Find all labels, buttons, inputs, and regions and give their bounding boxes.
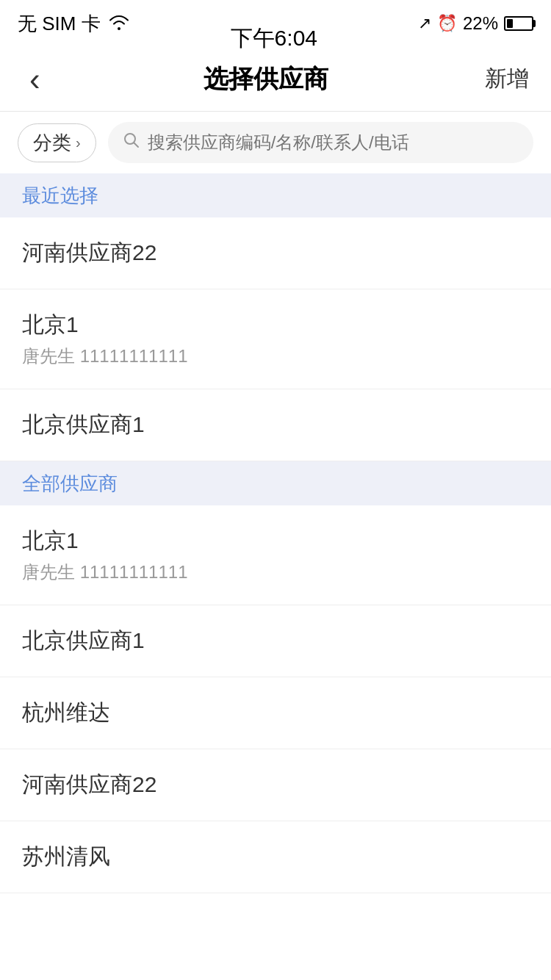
list-item[interactable]: 河南供应商22 (0, 749, 551, 821)
search-box (108, 122, 533, 163)
recent-section-label: 最近选择 (22, 183, 98, 209)
wifi-icon (108, 12, 130, 35)
list-item[interactable]: 北京供应商1 (0, 605, 551, 677)
add-button[interactable]: 新增 (485, 64, 529, 94)
category-button[interactable]: 分类 › (18, 123, 96, 162)
all-list: 北京1唐先生 11111111111北京供应商1杭州维达河南供应商22苏州清风 (0, 505, 551, 893)
list-item-name: 河南供应商22 (22, 238, 529, 268)
nav-bar: ‹ 选择供应商 新增 (0, 47, 551, 112)
battery-icon (504, 16, 533, 31)
list-item[interactable]: 北京供应商1 (0, 389, 551, 461)
list-item[interactable]: 河南供应商22 (0, 217, 551, 289)
status-right: ↗ ⏰ 22% (418, 13, 533, 34)
list-item-name: 苏州清风 (22, 842, 529, 872)
list-item[interactable]: 北京1唐先生 11111111111 (0, 289, 551, 389)
back-button[interactable]: ‹ (22, 54, 48, 105)
all-section-header: 全部供应商 (0, 461, 551, 505)
status-bar: 无 SIM 卡 下午6:04 ↗ ⏰ 22% (0, 0, 551, 47)
alarm-icon: ⏰ (437, 14, 457, 33)
search-icon (123, 131, 140, 154)
list-item-name: 北京供应商1 (22, 626, 529, 656)
recent-section-header: 最近选择 (0, 173, 551, 217)
list-item-name: 北京供应商1 (22, 410, 529, 440)
chevron-right-icon: › (76, 134, 81, 151)
recent-list: 河南供应商22北京1唐先生 11111111111北京供应商1 (0, 217, 551, 461)
list-item-name: 河南供应商22 (22, 770, 529, 800)
list-item[interactable]: 杭州维达 (0, 677, 551, 749)
svg-line-1 (134, 143, 138, 147)
list-item-sub: 唐先生 11111111111 (22, 561, 529, 584)
status-time: 下午6:04 (231, 24, 317, 54)
list-item[interactable]: 北京1唐先生 11111111111 (0, 505, 551, 605)
all-section-label: 全部供应商 (22, 471, 118, 497)
status-left: 无 SIM 卡 (18, 11, 130, 37)
list-item[interactable]: 苏州清风 (0, 821, 551, 893)
category-label: 分类 (33, 130, 71, 156)
list-item-sub: 唐先生 11111111111 (22, 345, 529, 368)
filter-bar: 分类 › (0, 112, 551, 173)
carrier-text: 无 SIM 卡 (18, 11, 101, 37)
list-item-name: 杭州维达 (22, 698, 529, 728)
list-item-name: 北京1 (22, 310, 529, 340)
page-title: 选择供应商 (204, 62, 328, 96)
battery-text: 22% (463, 13, 498, 34)
list-item-name: 北京1 (22, 526, 529, 556)
search-input[interactable] (148, 132, 519, 153)
location-icon: ↗ (418, 14, 431, 33)
